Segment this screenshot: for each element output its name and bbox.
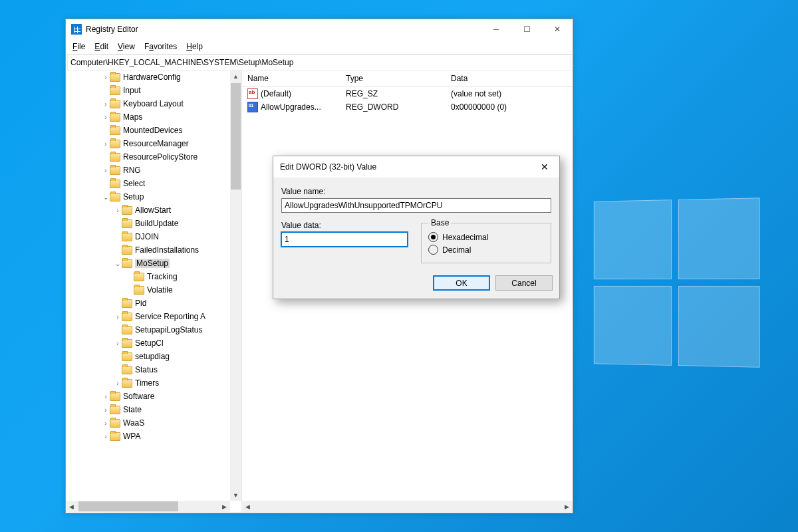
tree-node[interactable]: DJOIN (66, 230, 230, 243)
tree-node[interactable]: Status (66, 363, 230, 376)
scroll-right-icon[interactable]: ▶ (219, 501, 230, 512)
col-data[interactable]: Data (446, 74, 573, 83)
folder-icon (122, 352, 132, 361)
tree-node[interactable]: SetupapiLogStatus (66, 323, 230, 336)
value-name-field[interactable] (281, 198, 551, 213)
col-name[interactable]: Name (242, 74, 340, 83)
folder-icon (122, 326, 132, 334)
tree-label: Service Reporting A (135, 312, 205, 321)
tree-node[interactable]: setupdiag (66, 350, 230, 363)
tree-label: MoSetup (135, 259, 170, 268)
tree-node[interactable]: ›SetupCl (66, 336, 230, 350)
tree-node[interactable]: ›HardwareConfig (66, 70, 230, 84)
menu-help[interactable]: Help (182, 41, 207, 53)
expander-icon[interactable]: › (102, 393, 110, 400)
minimize-button[interactable]: ─ (481, 19, 511, 39)
maximize-button[interactable]: ☐ (511, 19, 542, 39)
tree-node[interactable]: ⌄MoSetup (66, 257, 230, 270)
folder-icon (110, 126, 120, 135)
expander-icon[interactable]: › (114, 380, 122, 387)
tree-node[interactable]: ›WaaS (66, 416, 230, 430)
expander-icon[interactable]: › (102, 74, 110, 81)
scroll-thumb[interactable] (78, 501, 178, 511)
expander-icon[interactable]: › (102, 114, 110, 121)
scroll-up-icon[interactable]: ▲ (230, 70, 241, 82)
tree-node[interactable]: Tracking (66, 270, 230, 283)
scroll-left-icon[interactable]: ◀ (66, 501, 77, 512)
list-row[interactable]: AllowUpgrades...REG_DWORD0x00000000 (0) (242, 100, 573, 114)
tree-node[interactable]: Select (66, 177, 230, 190)
address-bar[interactable]: Computer\HKEY_LOCAL_MACHINE\SYSTEM\Setup… (67, 55, 571, 70)
tree-node[interactable]: MountedDevices (66, 124, 230, 137)
menu-file[interactable]: File (68, 41, 89, 53)
value-name-label: Value name: (281, 187, 551, 196)
radio-hex[interactable]: Hexadecimal (428, 232, 544, 242)
scroll-right-icon[interactable]: ▶ (561, 501, 573, 512)
folder-icon (110, 392, 120, 401)
expander-icon[interactable]: › (102, 100, 110, 108)
tree-node[interactable]: ›State (66, 403, 230, 416)
folder-icon (110, 432, 120, 441)
folder-icon (110, 166, 120, 175)
string-icon (247, 88, 258, 99)
tree-node[interactable]: ›Software (66, 390, 230, 403)
radio-dec[interactable]: Decimal (428, 245, 544, 255)
expander-icon[interactable]: › (102, 420, 110, 427)
edit-dword-dialog: Edit DWORD (32-bit) Value ✕ Value name: … (273, 156, 560, 299)
tree-node[interactable]: ResourcePolicyStore (66, 150, 230, 164)
tree-vscrollbar[interactable]: ▲ ▼ (230, 70, 241, 501)
value-name: AllowUpgrades... (261, 102, 321, 112)
tree-node[interactable]: ›RNG (66, 164, 230, 177)
tree-node[interactable]: Input (66, 84, 230, 97)
tree-node[interactable]: ›Service Reporting A (66, 310, 230, 323)
tree-node[interactable]: ⌄Setup (66, 190, 230, 203)
list-hscrollbar[interactable]: ◀ ▶ (242, 501, 573, 512)
tree-hscrollbar[interactable]: ◀ ▶ (66, 501, 230, 512)
expander-icon[interactable]: › (102, 140, 110, 148)
list-header[interactable]: Name Type Data (242, 70, 573, 87)
menu-favorites[interactable]: Favorites (140, 41, 181, 53)
dialog-close-button[interactable]: ✕ (530, 162, 559, 172)
expander-icon[interactable]: › (102, 167, 110, 174)
cancel-button[interactable]: Cancel (495, 275, 553, 291)
folder-icon (122, 233, 132, 241)
close-button[interactable]: ✕ (542, 19, 573, 39)
ok-button[interactable]: OK (433, 275, 490, 291)
folder-icon (122, 313, 132, 321)
value-data-field[interactable] (281, 232, 408, 247)
tree-node[interactable]: ›Keyboard Layout (66, 97, 230, 110)
menu-view[interactable]: View (114, 41, 139, 53)
tree-node[interactable]: BuildUpdate (66, 217, 230, 230)
col-type[interactable]: Type (340, 74, 446, 83)
folder-icon (110, 153, 120, 162)
menu-edit[interactable]: Edit (90, 41, 112, 53)
scroll-thumb[interactable] (231, 83, 241, 190)
folder-icon (122, 219, 132, 228)
tree-label: ResourceManager (123, 139, 189, 148)
dialog-titlebar[interactable]: Edit DWORD (32-bit) Value ✕ (273, 156, 559, 178)
expander-icon[interactable]: › (114, 340, 122, 347)
tree-label: Tracking (147, 272, 178, 281)
expander-icon[interactable]: › (114, 313, 122, 321)
tree-label: MountedDevices (123, 126, 182, 135)
tree-label: Setup (123, 192, 144, 201)
tree-node[interactable]: Volatile (66, 283, 230, 297)
expander-icon[interactable]: ⌄ (102, 194, 110, 201)
titlebar[interactable]: Registry Editor ─ ☐ ✕ (66, 19, 573, 39)
tree-node[interactable]: FailedInstallations (66, 243, 230, 257)
tree-node[interactable]: ›WPA (66, 430, 230, 443)
expander-icon[interactable]: › (102, 433, 110, 440)
scroll-down-icon[interactable]: ▼ (230, 489, 241, 501)
tree-node[interactable]: ›Timers (66, 376, 230, 390)
expander-icon[interactable]: › (102, 406, 110, 414)
list-row[interactable]: (Default)REG_SZ(value not set) (242, 87, 573, 100)
folder-icon (110, 86, 120, 95)
scroll-left-icon[interactable]: ◀ (242, 501, 253, 512)
tree-node[interactable]: ›Maps (66, 110, 230, 124)
tree-node[interactable]: ›ResourceManager (66, 137, 230, 150)
tree-node[interactable]: ›AllowStart (66, 203, 230, 217)
folder-icon (134, 286, 144, 295)
expander-icon[interactable]: › (114, 207, 122, 214)
tree-node[interactable]: Pid (66, 297, 230, 310)
expander-icon[interactable]: ⌄ (114, 260, 122, 267)
